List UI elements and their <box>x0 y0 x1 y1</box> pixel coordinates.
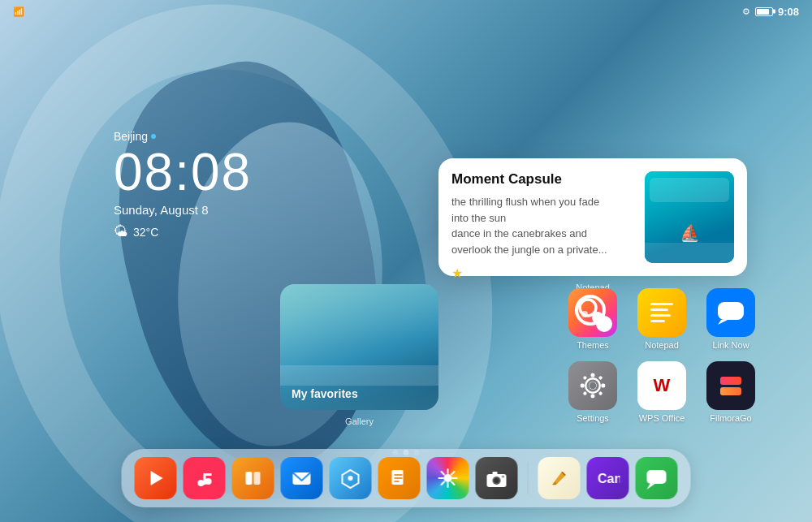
settings-svg <box>580 373 606 399</box>
app-wps[interactable]: W WPS Office <box>629 361 694 430</box>
themes-svg <box>577 296 609 329</box>
dock-divider <box>528 462 529 494</box>
svg-line-39 <box>442 482 445 485</box>
wifi-icon: ⚙ <box>742 6 750 17</box>
dock-ar[interactable] <box>330 457 372 499</box>
dock-canva[interactable]: Canva <box>587 457 629 499</box>
wps-icon: W <box>637 361 686 410</box>
svg-point-7 <box>590 382 597 390</box>
svg-rect-43 <box>493 472 498 475</box>
signal-icon: 📶 <box>13 6 24 17</box>
wps-label: WPS Office <box>639 413 685 423</box>
svg-rect-19 <box>204 473 212 476</box>
svg-rect-27 <box>395 470 404 485</box>
svg-text:Canva: Canva <box>598 472 620 485</box>
mail-icon <box>291 467 313 490</box>
sun-icon: 🌤 <box>114 223 128 240</box>
notepad-star: ★ <box>451 265 635 281</box>
clock-time: 08:08 <box>114 146 252 198</box>
themes-icon <box>568 288 617 337</box>
pencil-icon <box>548 467 571 490</box>
svg-point-17 <box>198 480 205 486</box>
svg-point-20 <box>205 478 212 485</box>
notepad-widget[interactable]: Moment Capsule the thrilling flush when … <box>438 158 747 276</box>
ar-icon <box>339 467 362 490</box>
app-themes[interactable]: Themes <box>560 288 625 357</box>
status-left: 📶 <box>13 6 24 17</box>
status-time: 9:08 <box>778 6 799 18</box>
svg-rect-12 <box>583 376 588 381</box>
linknow-label: Link Now <box>712 340 749 350</box>
svg-rect-14 <box>583 391 588 396</box>
dock-books[interactable] <box>232 457 274 499</box>
app-filmora[interactable]: FilmoraGo <box>698 361 763 430</box>
svg-line-37 <box>451 482 455 485</box>
svg-marker-47 <box>647 484 655 490</box>
svg-point-25 <box>348 476 353 481</box>
dock-video[interactable] <box>135 457 177 499</box>
books-icon <box>242 467 265 490</box>
svg-point-42 <box>495 478 499 483</box>
wps-text: W <box>654 375 671 396</box>
weather-row: 🌤 32°C <box>114 223 252 240</box>
docs-icon <box>388 467 411 490</box>
status-bar: 📶 ⚙ 9:08 <box>0 0 812 23</box>
notepad-title: Moment Capsule <box>451 171 635 188</box>
svg-rect-3 <box>718 302 744 320</box>
filmora-label: FilmoraGo <box>710 413 751 423</box>
svg-point-2 <box>581 311 588 317</box>
gallery-app-label: Gallery <box>345 416 374 426</box>
settings-icon <box>568 361 617 410</box>
dock-pencil[interactable] <box>538 457 581 499</box>
boat-icon: ⛵ <box>680 223 700 243</box>
dock-mail[interactable] <box>281 457 323 499</box>
dock-camera[interactable] <box>476 457 518 499</box>
city-row: Beijing <box>114 130 252 143</box>
linknow-icon <box>706 288 755 337</box>
svg-rect-9 <box>591 394 595 398</box>
svg-rect-8 <box>591 373 595 377</box>
clock-date: Sunday, August 8 <box>114 203 252 217</box>
notepad-icon <box>637 288 686 337</box>
svg-rect-10 <box>581 384 585 388</box>
svg-point-44 <box>502 476 504 478</box>
notepad-body: the thrilling flush when you fade into t… <box>451 194 635 257</box>
svg-point-1 <box>592 312 603 323</box>
notepad-text-section: Moment Capsule the thrilling flush when … <box>451 171 635 263</box>
linknow-svg <box>716 300 745 325</box>
city-name: Beijing <box>114 130 148 143</box>
svg-rect-21 <box>246 472 253 485</box>
temperature: 32°C <box>133 226 158 239</box>
dock-photos[interactable] <box>427 457 469 499</box>
svg-line-36 <box>442 472 445 475</box>
svg-rect-15 <box>598 391 603 396</box>
city-dot <box>151 134 156 139</box>
app-linknow[interactable]: Link Now <box>698 288 763 357</box>
dock-music[interactable] <box>184 457 226 499</box>
status-right: ⚙ 9:08 <box>742 6 799 18</box>
notepad-image: ⛵ <box>645 171 734 263</box>
svg-rect-46 <box>647 470 667 484</box>
svg-line-38 <box>451 472 455 475</box>
gallery-widget[interactable]: My favorites Gallery <box>280 284 438 410</box>
app-grid: Themes Notepad Link Now <box>560 288 763 430</box>
dock-messages[interactable] <box>636 457 678 499</box>
camera-icon <box>486 467 508 490</box>
video-icon <box>145 467 167 490</box>
messages-icon <box>646 467 668 490</box>
dock-docs[interactable] <box>378 457 421 499</box>
svg-marker-4 <box>718 320 728 325</box>
gallery-label: My favorites <box>292 387 358 400</box>
svg-rect-11 <box>601 384 605 388</box>
themes-label: Themes <box>577 340 609 350</box>
photos-icon <box>437 467 460 490</box>
svg-marker-16 <box>151 471 163 485</box>
svg-point-31 <box>444 474 452 482</box>
app-settings[interactable]: Settings <box>560 361 625 430</box>
svg-rect-13 <box>598 376 603 381</box>
clock-widget: Beijing 08:08 Sunday, August 8 🌤 32°C <box>114 130 252 240</box>
music-icon <box>193 467 216 490</box>
app-notepad[interactable]: Notepad <box>629 288 694 357</box>
dock: Canva <box>122 449 691 507</box>
battery-icon <box>755 7 773 16</box>
